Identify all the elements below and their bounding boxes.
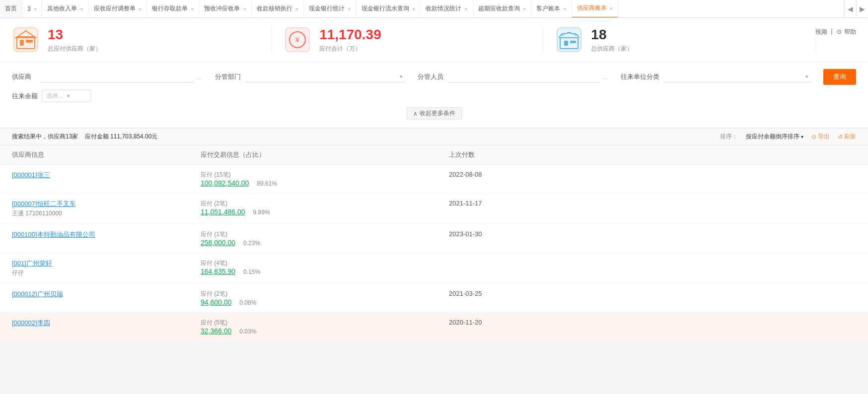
svg-text:¥: ¥ [295,36,299,44]
tx-amount-link[interactable]: 11,051,486.00 [201,208,245,216]
balance-placeholder: 选择... [46,92,63,100]
supplier-sub: 仔仔 [12,269,201,277]
tx-amount-link[interactable]: 258,000.00 [201,239,235,247]
close-icon[interactable]: × [139,6,142,12]
summary-content-suppliers: 13 总应付供应商（家） [48,26,101,54]
supplier-cell: [000100]本特勤油品有限公司 [12,230,201,239]
supplier-cell: [001]广州荣轩 仔仔 [12,259,201,277]
results-prefix: 搜索结果中，供应商13家 [12,133,78,140]
tx-amount-link[interactable]: 94,600.00 [201,298,231,306]
close-icon[interactable]: × [34,6,37,12]
sort-select[interactable]: 按应付余额倒序排序 ▾ [746,132,803,141]
svg-rect-12 [561,34,564,36]
transaction-cell: 应付 (4笔) 164,635.90 0.15% [201,259,449,275]
help-icon: ⊙ [837,28,842,35]
collapse-label: 收起更多条件 [420,109,455,118]
results-info: 搜索结果中，供应商13家 应付金额 111,703,854.00元 [12,132,720,141]
table-row: [000001]张三 应付 (15笔) 100,092,540.00 89.61… [0,165,868,194]
chevron-up-icon: ∧ [413,110,418,117]
collapse-button[interactable]: ∧ 收起更多条件 [407,107,462,120]
collapse-bar: ∧ 收起更多条件 [12,105,856,124]
transaction-cell: 应付 (2笔) 11,051,486.00 9.89% [201,199,449,216]
export-button[interactable]: ⊙ 导出 [811,132,830,141]
last-pay-date: 2020-11-20 [449,319,482,326]
table-body: [000001]张三 应付 (15笔) 100,092,540.00 89.61… [0,165,868,341]
unit-class-select[interactable]: ▾ [663,71,812,82]
person-input[interactable] [447,71,600,83]
tx-percent: 0.03% [239,328,256,335]
sort-label: 排序： [720,132,738,141]
close-icon[interactable]: × [295,6,298,12]
last-pay-date: 2023-01-30 [449,230,482,238]
supplier-link[interactable]: [000100]本特勤油品有限公司 [12,231,95,238]
supplier-cell: [000012]广州贝瑞 [12,290,201,299]
nav-cash-bank-stat[interactable]: 现金银行统计 × [304,0,356,18]
supplier-link[interactable]: [000001]张三 [12,171,50,179]
close-icon[interactable]: × [348,6,351,12]
nav-ar-ap-adjust[interactable]: 应收应付调整单 × [89,0,147,18]
nav-customer-ledger[interactable]: 客户账本 × [531,0,572,18]
supplier-link[interactable]: [000002]李四 [12,319,50,327]
tx-percent: 0.08% [239,299,256,306]
nav-home[interactable]: 首页 [0,0,22,18]
supplier-sub: 王通 17106110000 [12,209,201,218]
tx-amount-link[interactable]: 32,366.00 [201,327,231,335]
nav-bank-deposit[interactable]: 银行存取款单 × [147,0,199,18]
supplier-cell: [000002]李四 [12,319,201,328]
supplier-label: 供应商 [12,72,37,81]
dept-field: 分管部门 ▾ [215,71,406,82]
total-payable-suppliers-label: 总应付供应商（家） [48,45,101,53]
dept-select[interactable]: ▾ [245,71,406,82]
svg-rect-8 [557,28,581,52]
nav-arrow-right[interactable]: ▶ [856,0,868,18]
balance-label: 往来余额 [12,92,38,101]
supplier-dots: ... [196,72,203,81]
refresh-icon: ↺ [838,133,843,140]
tx-label: 应付 (1笔) [201,230,449,239]
svg-rect-3 [26,40,33,43]
close-icon[interactable]: × [412,6,415,12]
close-icon[interactable]: × [523,6,526,12]
amount-icon: ¥ [284,26,311,54]
tx-amount-link[interactable]: 100,092,540.00 [201,179,249,187]
transaction-cell: 应付 (2笔) 94,600.00 0.08% [201,290,449,306]
help-link[interactable]: ⊙ 帮助 [837,28,856,36]
supplier-link[interactable]: [000007]恒旺二手叉车 [12,200,76,207]
close-icon[interactable]: × [243,6,246,12]
supplier-cell: [000001]张三 [12,171,201,180]
person-label: 分管人员 [418,72,443,81]
supplier-link[interactable]: [001]广州荣轩 [12,260,52,267]
tx-amount-link[interactable]: 164,635.90 [201,267,235,275]
top-links: 视频 | ⊙ 帮助 [815,26,856,54]
nav-receipt-writeoff[interactable]: 收款核销执行 × [252,0,304,18]
close-icon[interactable]: × [191,6,194,12]
tx-percent: 9.89% [253,209,270,216]
refresh-button[interactable]: ↺ 刷新 [838,132,856,141]
video-link[interactable]: 视频 [815,28,827,36]
summary-bar: 13 总应付供应商（家） ¥ 11,170.39 应付合计（万） [0,18,868,62]
balance-row: 往来余额 选择... ▾ [12,90,856,102]
nav-other-income[interactable]: 其他收入单 × [42,0,88,18]
col-header-transaction: 应付交易信息（占比） [201,150,449,159]
nav-cash-flow-query[interactable]: 现金银行流水查询 × [357,0,421,18]
nav-arrow-left[interactable]: ◀ [844,0,856,18]
tx-label: 应付 (2笔) [201,290,449,298]
refresh-label: 刷新 [844,132,856,141]
summary-content-total: 18 总供应商（家） [591,26,633,54]
close-icon[interactable]: × [563,6,566,12]
supplier-input[interactable] [41,71,194,83]
nav-supplier-ledger[interactable]: 供应商账本 × [572,0,618,18]
export-label: 导出 [818,132,830,141]
nav-tab3[interactable]: 3 × [22,0,42,18]
nav-advance-receivable[interactable]: 预收冲应收单 × [199,0,251,18]
supplier-link[interactable]: [000012]广州贝瑞 [12,290,63,298]
chevron-down-icon: ▾ [400,73,403,80]
close-icon[interactable]: × [464,6,467,12]
query-button[interactable]: 查询 [823,69,856,85]
close-icon[interactable]: × [80,6,83,12]
close-icon[interactable]: × [610,5,613,11]
tx-label: 应付 (15笔) [201,171,449,179]
nav-receipt-stat[interactable]: 收款情况统计 × [421,0,473,18]
nav-overdue-query[interactable]: 超期应收款查询 × [473,0,531,18]
balance-select[interactable]: 选择... ▾ [42,90,91,102]
